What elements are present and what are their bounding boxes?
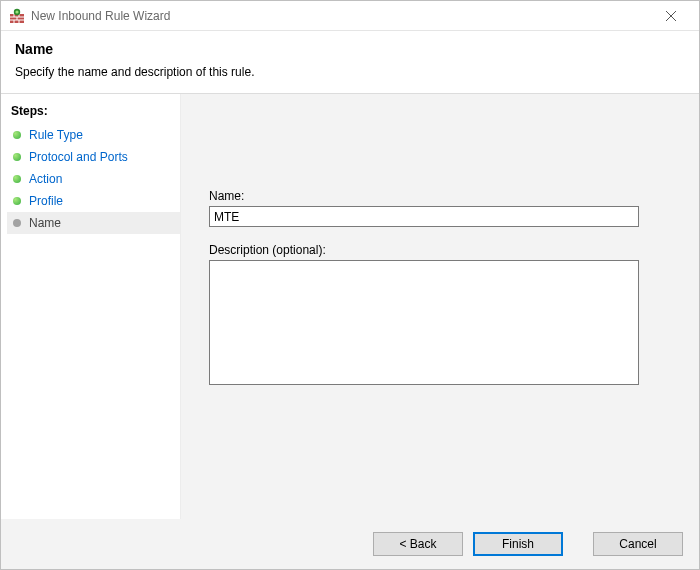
step-bullet-icon [13,175,21,183]
svg-point-10 [15,10,18,13]
step-link[interactable]: Action [29,172,62,186]
name-input[interactable] [209,206,639,227]
firewall-icon [9,8,25,24]
step-link[interactable]: Name [29,216,61,230]
step-link[interactable]: Rule Type [29,128,83,142]
cancel-button[interactable]: Cancel [593,532,683,556]
step-profile[interactable]: Profile [7,190,180,212]
steps-heading: Steps: [7,102,180,124]
description-label: Description (optional): [209,243,671,257]
page-description: Specify the name and description of this… [15,65,685,79]
wizard-header: Name Specify the name and description of… [1,31,699,94]
wizard-body: Steps: Rule Type Protocol and Ports Acti… [1,94,699,519]
finish-button[interactable]: Finish [473,532,563,556]
page-title: Name [15,41,685,57]
step-bullet-icon [13,219,21,227]
step-bullet-icon [13,197,21,205]
wizard-footer: < Back Finish Cancel [1,519,699,569]
step-name[interactable]: Name [7,212,180,234]
description-input[interactable] [209,260,639,385]
step-link[interactable]: Profile [29,194,63,208]
step-rule-type[interactable]: Rule Type [7,124,180,146]
back-button[interactable]: < Back [373,532,463,556]
close-icon [666,11,676,21]
wizard-main: Name: Description (optional): [181,94,699,519]
step-protocol-and-ports[interactable]: Protocol and Ports [7,146,180,168]
name-label: Name: [209,189,671,203]
steps-sidebar: Steps: Rule Type Protocol and Ports Acti… [1,94,181,519]
titlebar: New Inbound Rule Wizard [1,1,699,31]
step-bullet-icon [13,131,21,139]
window-title: New Inbound Rule Wizard [31,9,651,23]
step-action[interactable]: Action [7,168,180,190]
step-bullet-icon [13,153,21,161]
close-button[interactable] [651,2,691,30]
wizard-window: New Inbound Rule Wizard Name Specify the… [0,0,700,570]
step-link[interactable]: Protocol and Ports [29,150,128,164]
